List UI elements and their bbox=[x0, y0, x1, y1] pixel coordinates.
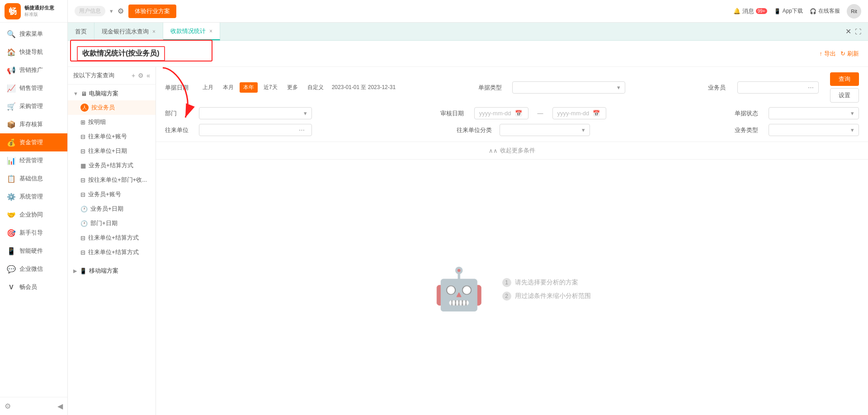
scheme-item-label: 业务员+结算方式 bbox=[89, 161, 133, 170]
app-download-btn[interactable]: 📱 App下载 bbox=[774, 7, 803, 15]
sidebar-item-purchase[interactable]: 🛒 采购管理 bbox=[0, 97, 67, 115]
panel-collapse-button[interactable]: « bbox=[146, 72, 150, 79]
sidebar-item-label: 销售管理 bbox=[19, 84, 43, 92]
notification-label: 消息 bbox=[742, 7, 754, 15]
sidebar-item-finance[interactable]: 💰 资金管理 bbox=[0, 133, 67, 151]
review-date-end[interactable]: yyyy-mm-dd 📅 bbox=[552, 107, 607, 119]
date-tab-this-year[interactable]: 本年 bbox=[240, 82, 258, 93]
sidebar-item-sales[interactable]: 📈 销售管理 bbox=[0, 79, 67, 97]
sidebar-item-search-menu[interactable]: 🔍 搜索菜单 bbox=[0, 25, 67, 43]
dept-select[interactable]: ▾ bbox=[199, 107, 312, 119]
tip-num-1: 1 bbox=[502, 278, 511, 287]
logo-icon: 畅 bbox=[5, 3, 21, 19]
doc-type-select[interactable]: ▾ bbox=[512, 81, 625, 94]
user-avatar[interactable]: Rit bbox=[847, 4, 861, 19]
calendar2-icon[interactable]: 📅 bbox=[593, 110, 600, 117]
sidebar-item-new-guide[interactable]: 🎯 新手引导 bbox=[0, 224, 67, 242]
right-panel: 单据日期 上月 本月 本年 近7天 更多 自定义 2023-01-01 至 20… bbox=[156, 67, 868, 415]
scheme-item-dept-date[interactable]: 🕐 部门+日期 bbox=[68, 216, 156, 231]
tab-bar-expand-icon[interactable]: ⛶ bbox=[855, 28, 861, 35]
notification-btn[interactable]: 🔔 消息 99+ bbox=[733, 7, 767, 15]
scheme-item-unit-settlement2[interactable]: ⊟ 往来单位+结算方式 bbox=[68, 245, 156, 259]
sidebar-item-label: 营销推广 bbox=[19, 66, 43, 74]
partner-dots-icon[interactable]: ⋯ bbox=[299, 127, 305, 133]
tab-collection-stats-label: 收款情况统计 bbox=[170, 27, 206, 35]
scheme-item-unit-settlement1[interactable]: ⊟ 往来单位+结算方式 bbox=[68, 231, 156, 245]
gear-button[interactable]: ⚙ bbox=[118, 7, 124, 15]
review-date-placeholder1: yyyy-mm-dd bbox=[479, 110, 511, 117]
salesperson-label: 业务员 bbox=[708, 84, 731, 92]
calendar1-icon[interactable]: 📅 bbox=[515, 110, 522, 117]
sidebar-item-inventory[interactable]: 📦 库存核算 bbox=[0, 115, 67, 133]
tab-bar-close-icon[interactable]: ✕ bbox=[845, 27, 851, 36]
date-tab-more[interactable]: 更多 bbox=[283, 82, 302, 93]
scheme-item-salesperson-date[interactable]: 🕐 业务员+日期 bbox=[68, 202, 156, 216]
headset-icon: 🎧 bbox=[810, 8, 816, 14]
doc-status-select[interactable]: ▾ bbox=[769, 107, 859, 119]
sidebar-item-quick-nav[interactable]: 🏠 快捷导航 bbox=[0, 43, 67, 61]
detail-icon: ⊞ bbox=[80, 119, 85, 126]
scheme-item-salesperson-settlement[interactable]: ▦ 业务员+结算方式 bbox=[68, 158, 156, 173]
online-service-btn[interactable]: 🎧 在线客服 bbox=[810, 7, 840, 15]
sidebar-item-label: 基础信息 bbox=[19, 174, 43, 183]
sidebar-item-enterprise[interactable]: 🤝 企业协同 bbox=[0, 206, 67, 224]
tab-bank-flow[interactable]: 现金银行流水查询 × bbox=[94, 23, 163, 40]
sidebar-item-basic-info[interactable]: 📋 基础信息 bbox=[0, 170, 67, 188]
scheme-item-salesperson-account[interactable]: ⊟ 业务员+账号 bbox=[68, 187, 156, 202]
mobile-scheme-group: ▶ 📱 移动端方案 bbox=[68, 262, 156, 280]
scheme-item-unit-account[interactable]: ⊟ 往来单位+账号 bbox=[68, 129, 156, 144]
collapse-bar[interactable]: ∧∧ 收起更多条件 bbox=[156, 142, 868, 160]
review-date-label: 审核日期 bbox=[440, 109, 467, 118]
partner-category-select[interactable]: ▾ bbox=[500, 124, 590, 136]
scheme-item-unit-date[interactable]: ⊟ 往来单位+日期 bbox=[68, 144, 156, 158]
unit-settlement1-icon: ⊟ bbox=[80, 235, 85, 241]
review-date-start[interactable]: yyyy-mm-dd 📅 bbox=[474, 107, 528, 119]
scheme-item-label: 部门+日期 bbox=[90, 219, 118, 227]
desktop-group-title[interactable]: ▼ 🖥 电脑端方案 bbox=[68, 87, 156, 100]
sidebar-item-wechat[interactable]: 💬 企业微信 bbox=[0, 260, 67, 278]
panel-add-button[interactable]: + bbox=[132, 72, 135, 79]
salesperson-select[interactable]: ⋯ bbox=[737, 81, 819, 94]
sidebar-item-marketing[interactable]: 📢 营销推广 bbox=[0, 61, 67, 79]
sidebar-item-sys-admin[interactable]: ⚙️ 系统管理 bbox=[0, 188, 67, 206]
settings-button[interactable]: 设置 bbox=[830, 88, 859, 103]
partner-select[interactable]: ⋯ bbox=[199, 124, 312, 136]
sidebar-item-smart-hw[interactable]: 📱 智能硬件 bbox=[0, 242, 67, 260]
refresh-icon: ↻ bbox=[840, 50, 845, 57]
sidebar-item-operations[interactable]: 📊 经营管理 bbox=[0, 151, 67, 170]
scheme-item-label: 往来单位+结算方式 bbox=[88, 234, 139, 242]
inventory-icon: 📦 bbox=[7, 120, 16, 129]
date-tab-this-month[interactable]: 本月 bbox=[219, 82, 237, 93]
doc-type-arrow-icon: ▾ bbox=[617, 84, 620, 91]
export-label: 导出 bbox=[824, 50, 836, 58]
date-tab-custom[interactable]: 自定义 bbox=[304, 82, 327, 93]
panel-settings-button[interactable]: ⚙ bbox=[138, 72, 144, 79]
scheme-item-unit-dept-collection[interactable]: ⊟ 按往来单位+部门+收... bbox=[68, 173, 156, 187]
query-button[interactable]: 查询 bbox=[830, 72, 859, 86]
empty-tip-1: 1 请先选择要分析的方案 bbox=[502, 278, 591, 287]
dropdown-arrow-icon[interactable]: ▾ bbox=[110, 8, 113, 14]
sidebar-item-label: 搜索菜单 bbox=[19, 30, 43, 38]
unit-date-icon: ⊟ bbox=[80, 148, 85, 155]
search-icon: 🔍 bbox=[7, 29, 16, 38]
scheme-item-by-detail[interactable]: ⊞ 按明细 bbox=[68, 115, 156, 129]
refresh-button[interactable]: ↻ 刷新 bbox=[840, 50, 859, 58]
sidebar-collapse-icon[interactable]: ◀ bbox=[57, 402, 63, 410]
trial-btn[interactable]: 体验行业方案 bbox=[128, 5, 176, 18]
date-tab-7days[interactable]: 近7天 bbox=[260, 82, 281, 93]
biz-type-label: 业务类型 bbox=[735, 126, 762, 134]
export-button[interactable]: ↑ 导出 bbox=[820, 50, 836, 58]
sidebar-item-member[interactable]: V 畅会员 bbox=[0, 278, 67, 296]
tab-bank-flow-close[interactable]: × bbox=[152, 28, 156, 35]
mobile-arrow-icon: ▶ bbox=[73, 268, 77, 274]
scheme-item-by-salesperson[interactable]: 人 按业务员 bbox=[68, 100, 156, 115]
sys-admin-icon: ⚙️ bbox=[7, 192, 16, 201]
date-tab-last-month[interactable]: 上月 bbox=[199, 82, 217, 93]
sidebar-item-label: 库存核算 bbox=[19, 120, 43, 128]
biz-type-select[interactable]: ▾ bbox=[769, 124, 859, 136]
sidebar-settings-icon[interactable]: ⚙ bbox=[5, 402, 11, 410]
tab-collection-stats-close[interactable]: × bbox=[209, 28, 212, 34]
tab-home[interactable]: 首页 bbox=[68, 23, 94, 40]
mobile-group-title[interactable]: ▶ 📱 移动端方案 bbox=[68, 264, 156, 278]
tab-collection-stats[interactable]: 收款情况统计 × bbox=[163, 23, 220, 40]
